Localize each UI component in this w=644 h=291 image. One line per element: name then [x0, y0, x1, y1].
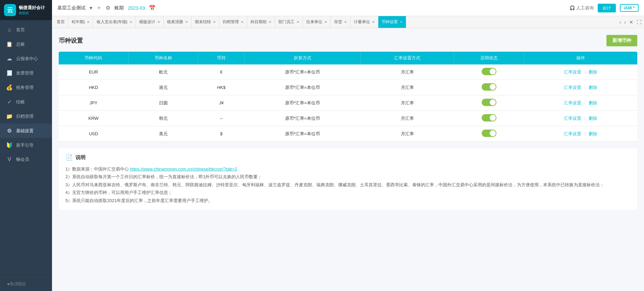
cell-calc: 原币*汇率=本位币 — [245, 80, 361, 95]
content-area: 币种设置 新增币种 币种代码币种名称币符折算方式汇率设置方式启用状态操作 EUR… — [52, 28, 644, 291]
account-btn[interactable]: 会计 — [598, 4, 616, 12]
enable-toggle-KRW[interactable] — [482, 114, 496, 122]
enable-toggle-EUR[interactable] — [482, 68, 496, 75]
tab-partner[interactable]: 往来单位 ✕ — [303, 16, 331, 28]
cell-name: 港元 — [128, 80, 198, 95]
sidebar-label-invoice: 发票管理 — [16, 70, 34, 76]
sidebar-item-member[interactable]: V畅会员 — [0, 152, 52, 166]
sidebar-label-tax: 税务管理 — [16, 85, 34, 91]
enable-toggle-HKD[interactable] — [482, 83, 496, 91]
tab-tax[interactable]: 税表清册 ✕ — [164, 16, 192, 28]
new-currency-btn[interactable]: 新增币种 — [606, 35, 637, 46]
tab-stock[interactable]: 存货 ✕ — [331, 16, 351, 28]
tab-close-template[interactable]: ✕ — [157, 20, 160, 24]
cell-actions: 汇率设置 | 删除 — [524, 64, 637, 80]
tab-subject[interactable]: 科目期初 ✕ — [247, 16, 275, 28]
tab-dept[interactable]: 部门员工 ✕ — [275, 16, 303, 28]
tab-home[interactable]: 首页 — [53, 16, 68, 28]
tab-close-tax[interactable]: ✕ — [185, 20, 188, 24]
sidebar-item-invoice[interactable]: 🧾发票管理 — [0, 66, 52, 80]
tab-close-income[interactable]: ✕ — [129, 20, 132, 24]
sidebar-label-member: 畅会员 — [16, 156, 29, 162]
rate-setting-link-HKD[interactable]: 汇率设置 — [564, 85, 581, 90]
tab-close-period-end[interactable]: ✕ — [213, 20, 216, 24]
tab-close-subject[interactable]: ✕ — [269, 20, 271, 24]
tabs-close-btn[interactable]: ✕ — [628, 19, 635, 25]
cell-code: EUR — [59, 64, 128, 80]
table-row: KRW 韩元 -- 原币*汇率=本位币 月汇率 汇率设置 | 删除 — [59, 111, 637, 126]
tabs-next-btn[interactable]: › — [623, 19, 627, 25]
delete-link-HKD[interactable]: 删除 — [589, 85, 597, 90]
settings-icon: ⚙ — [6, 128, 13, 134]
notes-item: 5）系统只能自动抓取2021年度后的汇率，之前年度汇率需要用户手工维护。 — [65, 197, 631, 204]
cell-rate-type: 月汇率 — [361, 111, 454, 126]
enable-toggle-USD[interactable] — [482, 130, 496, 137]
period-value: 2023-03 — [128, 5, 145, 11]
tab-close-partner[interactable]: ✕ — [324, 20, 327, 24]
notes-link[interactable]: https://www.chinamoney.com.cn/chinese/bk… — [130, 166, 237, 172]
delete-link-USD[interactable]: 删除 — [589, 131, 597, 136]
delete-link-EUR[interactable]: 删除 — [589, 69, 597, 75]
cell-rate-type: 月汇率 — [361, 64, 454, 80]
tab-currency[interactable]: 币种设置 ✕ — [378, 16, 406, 28]
tab-label-home: 首页 — [57, 19, 65, 25]
iam-badge[interactable]: iAM * — [620, 4, 639, 12]
tab-label-unit: 计量单位 — [354, 19, 370, 25]
tab-close-stock[interactable]: ✕ — [344, 20, 347, 24]
calendar-btn[interactable]: 📅 — [149, 5, 156, 11]
cell-calc: 原币*汇率=本位币 — [245, 95, 361, 111]
sidebar-item-guide[interactable]: 🔰新手引导 — [0, 138, 52, 152]
tabs-prev-btn[interactable]: ‹ — [618, 19, 623, 25]
cell-enabled — [454, 64, 524, 80]
company-dropdown-btn[interactable]: ▾ — [90, 5, 92, 11]
delete-link-KRW[interactable]: 删除 — [589, 116, 597, 121]
tab-close-currency[interactable]: ✕ — [400, 20, 402, 24]
tab-period-end[interactable]: 期末结转 ✕ — [192, 16, 219, 28]
sidebar-item-checkout[interactable]: ✓结账 — [0, 95, 52, 109]
sidebar-item-settings[interactable]: ⚙基础设置 — [0, 124, 52, 138]
col-header: 汇率设置方式 — [361, 52, 454, 64]
help-btn[interactable]: 🎧 人工咨询 — [570, 5, 594, 11]
rate-setting-link-USD[interactable]: 汇率设置 — [564, 131, 581, 136]
tabs-expand-btn[interactable]: ⛶ — [635, 19, 643, 25]
enable-toggle-JPY[interactable] — [482, 99, 496, 106]
tab-template[interactable]: 模版设计 ✕ — [136, 16, 164, 28]
delete-link-JPY[interactable]: 删除 — [589, 100, 597, 105]
tab-close-dept[interactable]: ✕ — [297, 20, 299, 24]
logo-main-text: 畅捷通好会计 — [19, 5, 45, 11]
tab-archive[interactable]: 归档管理 ✕ — [219, 16, 247, 28]
rate-setting-link-KRW[interactable]: 汇率设置 — [564, 116, 581, 121]
cell-actions: 汇率设置 | 删除 — [524, 80, 637, 95]
tab-close-balance[interactable]: ✕ — [87, 20, 90, 24]
tab-unit[interactable]: 计量单位 ✕ — [351, 16, 378, 28]
col-header: 启用状态 — [454, 52, 524, 64]
app-logo: 云 畅捷通好会计 旗舰版 — [0, 0, 52, 20]
headset-icon: 🎧 — [570, 5, 575, 10]
add-company-btn[interactable]: ＋ — [96, 4, 102, 11]
table-row: JPY 日圆 J¥ 原币*汇率=本位币 月汇率 汇率设置 | 删除 — [59, 95, 637, 111]
rate-setting-link-JPY[interactable]: 汇率设置 — [564, 100, 581, 105]
cell-enabled — [454, 80, 524, 95]
sidebar-pin-toggle[interactable]: ◄取消固定 — [0, 277, 52, 291]
cell-enabled — [454, 111, 524, 126]
sidebar-label-archive: 归档管理 — [16, 113, 34, 119]
table-body: EUR 欧元 € 原币*汇率=本位币 月汇率 汇率设置 | 删除 HKD 港元 … — [59, 64, 637, 142]
sidebar-item-reports[interactable]: ☁云报表中心 — [0, 51, 52, 66]
tab-close-archive[interactable]: ✕ — [241, 20, 244, 24]
sidebar: 云 畅捷通好会计 旗舰版 ⌂首页📋总账☁云报表中心🧾发票管理💰税务管理✓结账📁归… — [0, 0, 52, 291]
sidebar-item-ledger[interactable]: 📋总账 — [0, 37, 52, 51]
col-header: 币种名称 — [128, 52, 198, 64]
tab-balance[interactable]: €(中期) ✕ — [68, 16, 93, 28]
cell-name: 日圆 — [128, 95, 198, 111]
settings-gear-btn[interactable]: ⚙ — [106, 5, 110, 11]
rate-setting-link-EUR[interactable]: 汇率设置 — [564, 69, 581, 75]
sidebar-item-tax[interactable]: 💰税务管理 — [0, 80, 52, 95]
tab-close-unit[interactable]: ✕ — [372, 20, 375, 24]
sidebar-item-home[interactable]: ⌂首页 — [0, 23, 52, 37]
tab-income[interactable]: 收入支出表(年报) ✕ — [93, 16, 136, 28]
sidebar-item-archive[interactable]: 📁归档管理 — [0, 109, 52, 124]
cell-actions: 汇率设置 | 删除 — [524, 126, 637, 142]
action-sep: | — [584, 116, 585, 121]
cell-enabled — [454, 95, 524, 111]
action-sep: | — [584, 69, 585, 75]
